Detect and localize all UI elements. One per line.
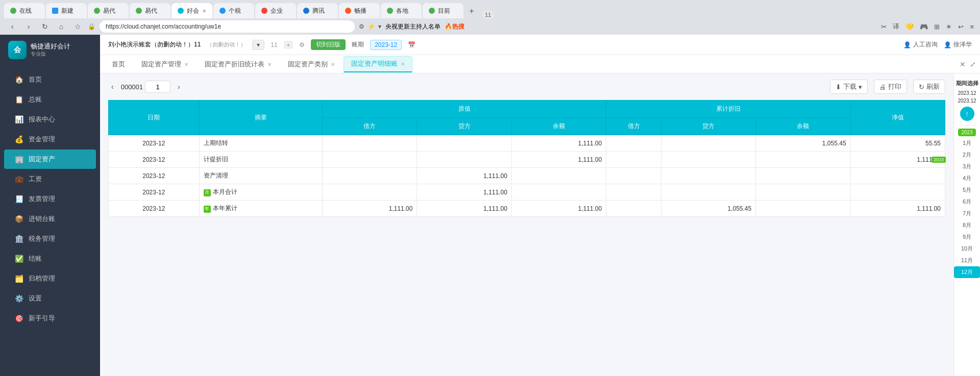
address-input[interactable] — [100, 20, 355, 33]
next-page-btn[interactable]: › — [175, 82, 183, 92]
hot-search-label[interactable]: 🔥热搜 — [445, 22, 464, 31]
sidebar-item-invoice[interactable]: 🧾 发票管理 — [4, 189, 96, 209]
period-month-9[interactable]: 9月 — [954, 231, 980, 243]
forward-button[interactable]: › — [22, 20, 35, 33]
period-month-3[interactable]: 3月 — [954, 161, 980, 172]
sidebar-item-guide[interactable]: 🎯 新手引导 — [4, 309, 96, 328]
cell-date: 2023-12 — [109, 135, 200, 152]
tab-fixed-category-close[interactable]: ✕ — [331, 62, 335, 67]
period-month-7[interactable]: 7月 — [954, 208, 980, 219]
cell-net-value: 55.55 — [850, 135, 945, 152]
user-button[interactable]: 👤 徐泽华 — [944, 40, 972, 49]
home-button[interactable]: ⌂ — [55, 20, 67, 33]
tab-fixed-depr-stat-close[interactable]: ✕ — [267, 62, 272, 67]
period-month-10[interactable]: 10月 — [954, 243, 980, 255]
wallet-icon[interactable]: 💛 — [905, 23, 914, 31]
browser-tab-yidai2[interactable]: 易代 — [130, 3, 170, 18]
user-name-label: 徐泽华 — [953, 40, 972, 49]
browser-tab-new[interactable]: 新建 — [46, 3, 87, 18]
sidebar-item-fixed-label: 固定资产 — [29, 155, 55, 164]
close-panel-icon[interactable]: ✕ — [960, 60, 966, 68]
calendar-icon[interactable]: 📅 — [408, 41, 415, 48]
tab-fixed-detail-close[interactable]: ✕ — [401, 61, 405, 67]
tab-fixed-category[interactable]: 固定资产类别 ✕ — [280, 56, 342, 72]
fund-icon: 💰 — [14, 135, 23, 144]
period-month-6[interactable]: 6月 — [954, 196, 980, 208]
sidebar-item-payroll[interactable]: 💼 工资 — [4, 169, 96, 189]
cell-orig-balance: 1,111.00 — [511, 135, 606, 152]
undo-icon[interactable]: ↩ — [958, 23, 964, 31]
period-month-8[interactable]: 8月 — [954, 219, 980, 231]
back-button[interactable]: ‹ — [6, 20, 18, 33]
sidebar-item-archive[interactable]: 🗂️ 归档管理 — [4, 269, 96, 288]
cell-date: 2023-12 — [109, 200, 200, 217]
sidebar-item-stock[interactable]: 📦 进销台账 — [4, 209, 96, 229]
download-btn[interactable]: ⬇ 下载 ▾ — [830, 80, 868, 94]
prev-page-btn[interactable]: ‹ — [108, 82, 117, 92]
cell-orig-credit: 1,111.00 — [417, 184, 511, 200]
sidebar-item-settle[interactable]: ✅ 结账 — [4, 249, 96, 268]
game-icon[interactable]: 🎮 — [920, 23, 928, 31]
cell-accum-balance — [756, 184, 850, 200]
menu-icon[interactable]: ≡ — [970, 23, 974, 31]
reload-button[interactable]: ↻ — [39, 20, 51, 33]
browser-tab-haohui[interactable]: 好会 ✕ — [172, 3, 212, 18]
scissors-icon[interactable]: ✂ — [881, 23, 887, 31]
browser-tab-new-btn[interactable]: + — [464, 4, 479, 18]
brightness-icon[interactable]: ☀ — [946, 23, 952, 31]
sidebar-item-tax[interactable]: 🏛️ 税务管理 — [4, 229, 96, 248]
guide-icon: 🎯 — [14, 314, 23, 323]
period-month-4[interactable]: 4月 — [954, 172, 980, 184]
browser-tab-qiye[interactable]: 企业 — [255, 3, 296, 18]
browser-tab-geshui[interactable]: 个税 — [213, 3, 254, 18]
tab-fixed-depr-stat-label: 固定资产折旧统计表 — [205, 60, 264, 69]
translate-icon[interactable]: 译 — [893, 22, 899, 31]
period-month-12[interactable]: 12月 — [954, 266, 980, 278]
cell-orig-debit: 1,111.00 — [323, 200, 417, 217]
sidebar-item-fund[interactable]: 💰 资金管理 — [4, 130, 96, 149]
tab-fixed-mgmt-close[interactable]: ✕ — [184, 62, 188, 67]
download-icon: ⬇ — [836, 83, 841, 91]
browser-tab-changbo[interactable]: 畅播 — [339, 3, 380, 18]
grid-icon[interactable]: ⊞ — [934, 23, 940, 31]
settings-small-icon[interactable]: ⚙ — [299, 41, 305, 48]
sidebar-item-settings[interactable]: ⚙️ 设置 — [4, 289, 96, 308]
sidebar-item-ledger[interactable]: 📋 总账 — [4, 90, 96, 109]
period-up-button[interactable]: ↑ — [960, 107, 974, 121]
sidebar-item-fixed[interactable]: 🏢 固定资产 — [4, 149, 96, 169]
tab-fixed-mgmt[interactable]: 固定资产管理 ✕ — [134, 56, 196, 72]
browser-tab-gedi[interactable]: 各地 — [381, 3, 422, 18]
expand-collapse-btns[interactable]: ✕ ⤢ — [960, 60, 976, 68]
browser-tab-yidai1[interactable]: 易代 — [88, 3, 129, 18]
print-btn[interactable]: 🖨 打印 — [874, 80, 907, 94]
browser-tab-tencent[interactable]: 腾讯 — [297, 3, 338, 18]
tab-fixed-detail[interactable]: 固定资产明细账 ✕ — [344, 56, 412, 72]
page-num-input[interactable] — [145, 81, 170, 93]
service-button[interactable]: 👤 人工咨询 — [903, 40, 938, 49]
switch-version-btn[interactable]: 切到旧版 — [311, 39, 346, 50]
refresh-btn[interactable]: ↻ 刷新 — [913, 80, 945, 94]
cell-net-value — [850, 168, 945, 184]
cell-accum-credit: 1,055.45 — [661, 200, 755, 217]
year-tag: 年 — [204, 206, 211, 213]
period-month-5[interactable]: 5月 — [954, 184, 980, 196]
sidebar-item-report[interactable]: 📊 报表中心 — [4, 110, 96, 129]
browser-tab-online[interactable]: 在线 — [4, 3, 45, 18]
period-month-11[interactable]: 11月 — [954, 255, 980, 266]
year-2023-badge[interactable]: 2023 — [958, 129, 975, 136]
period-month-2[interactable]: 2月 — [954, 149, 980, 161]
sidebar-item-home[interactable]: 🏠 首页 — [4, 70, 96, 89]
browser-tab-muqian[interactable]: 目前 — [423, 3, 463, 18]
bookmark-button[interactable]: ☆ — [71, 20, 84, 33]
account-dropdown-btn[interactable]: ▾ — [252, 40, 264, 50]
ssl-icon: 🔒 — [88, 23, 95, 30]
browser-tab-close-haohui[interactable]: ✕ — [202, 8, 206, 14]
period-value-badge[interactable]: 2023-12 — [370, 40, 402, 50]
tab-fixed-depr-stat[interactable]: 固定资产折旧统计表 ✕ — [197, 56, 279, 72]
expand-icon[interactable]: ⤢ — [970, 60, 976, 68]
top-bar: 刘小艳演示账套（勿删勿动！）11 （勿删勿动！） ▾ 11 + ⚙ 切到旧版 账… — [100, 35, 980, 55]
browser-address-bar: ‹ › ↻ ⌂ ☆ 🔒 ⚙⚡▾ 央视更新主持人名单 🔥热搜 ✂ 译 💛 🎮 ⊞ … — [0, 18, 980, 35]
add-account-btn[interactable]: + — [284, 41, 293, 49]
tab-home[interactable]: 首页 — [104, 56, 133, 72]
period-month-1[interactable]: 1月 — [954, 137, 980, 149]
